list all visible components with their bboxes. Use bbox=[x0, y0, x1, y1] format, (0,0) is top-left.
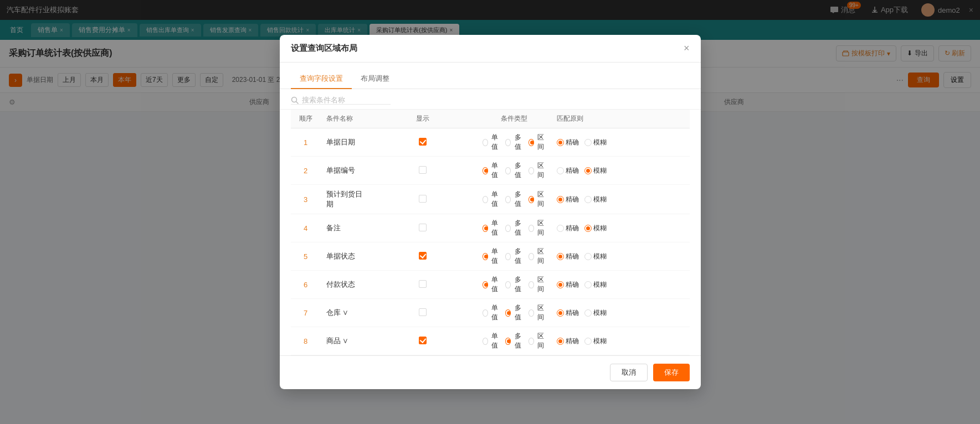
th-display: 显示 bbox=[368, 110, 476, 112]
table-header: 顺序 条件名称 显示 条件类型 匹配原则 bbox=[291, 110, 690, 112]
search-underline bbox=[291, 96, 391, 105]
th-condition-type: 条件类型 bbox=[477, 110, 551, 112]
th-match-rule: 匹配原则 bbox=[551, 110, 689, 112]
modal-search-area bbox=[280, 89, 701, 110]
tab-label: 布局调整 bbox=[361, 74, 389, 82]
th-condition-name: 条件名称 bbox=[321, 110, 369, 112]
modal-header: 设置查询区域布局 × bbox=[280, 35, 701, 63]
modal-tab-layout[interactable]: 布局调整 bbox=[352, 69, 398, 89]
modal-tab-query-fields[interactable]: 查询字段设置 bbox=[291, 69, 352, 89]
modal-tabs: 查询字段设置 布局调整 bbox=[280, 63, 701, 89]
search-icon bbox=[291, 96, 299, 104]
modal-table: 顺序 条件名称 显示 条件类型 匹配原则 1单据日期 单值 多值 bbox=[291, 110, 690, 112]
tab-label: 查询字段设置 bbox=[300, 74, 343, 82]
svg-line-2 bbox=[296, 101, 298, 104]
settings-modal: 设置查询区域布局 × 查询字段设置 布局调整 bbox=[280, 35, 701, 112]
modal-title: 设置查询区域布局 bbox=[291, 43, 357, 54]
th-order: 顺序 bbox=[291, 110, 321, 112]
modal-overlay[interactable]: 设置查询区域布局 × 查询字段设置 布局调整 bbox=[0, 0, 980, 112]
search-condition-input[interactable] bbox=[302, 96, 395, 104]
modal-close-button[interactable]: × bbox=[684, 43, 690, 54]
modal-table-wrap: 顺序 条件名称 显示 条件类型 匹配原则 1单据日期 单值 多值 bbox=[280, 110, 701, 112]
